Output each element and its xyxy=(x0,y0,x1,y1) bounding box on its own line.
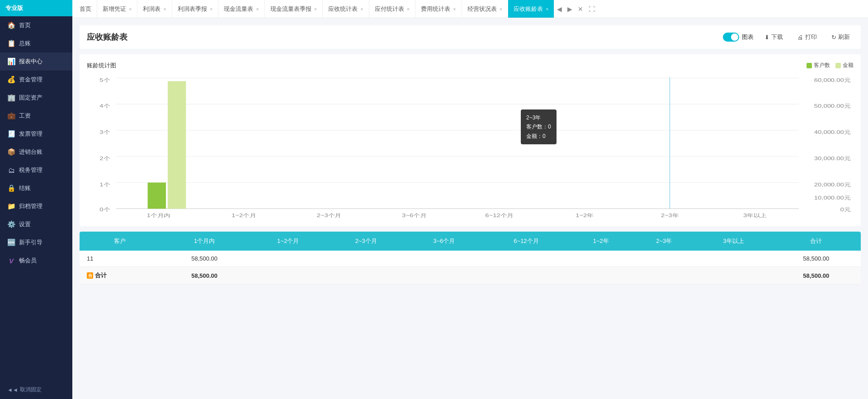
th-m36: 3~6个月 xyxy=(405,232,483,251)
tab-ar-stat-close[interactable]: × xyxy=(360,6,363,12)
cell-total: 58,500.00 xyxy=(772,251,861,267)
sidebar-item-archive[interactable]: 📁 归档管理 xyxy=(0,197,72,215)
tab-voucher[interactable]: 新增凭证 × xyxy=(97,0,137,18)
tab-profit-close[interactable]: × xyxy=(163,6,166,12)
pin-toggle[interactable]: ◄◄ 取消固定 xyxy=(0,380,72,399)
sidebar-item-settings[interactable]: ⚙️ 设置 xyxy=(0,215,72,233)
tax-icon: 🗂 xyxy=(7,166,15,174)
sidebar-item-close[interactable]: 🔒 结账 xyxy=(0,179,72,197)
tab-next-btn[interactable]: ▶ xyxy=(565,0,575,18)
sidebar-label-tax: 税务管理 xyxy=(19,166,42,174)
tab-expense-label: 费用统计表 xyxy=(421,5,450,13)
table-total-row: 合 合计 58,500.00 58,500.00 xyxy=(80,267,861,285)
svg-text:1个月内: 1个月内 xyxy=(147,213,170,218)
sidebar-item-salary[interactable]: 💼 工资 xyxy=(0,107,72,125)
sidebar-item-guide[interactable]: 🆕 新手引导 xyxy=(0,233,72,252)
bar-customer-0 xyxy=(148,183,166,209)
inventory-icon: 📦 xyxy=(7,148,15,156)
pin-label: 取消固定 xyxy=(20,386,42,394)
svg-text:6~12个月: 6~12个月 xyxy=(485,213,514,218)
chart-toggle[interactable] xyxy=(723,33,739,42)
page-title: 应收账龄表 xyxy=(87,32,127,43)
tab-profit[interactable]: 利润表 × xyxy=(137,0,172,18)
tab-ap-stat-close[interactable]: × xyxy=(407,6,410,12)
sidebar-item-member[interactable]: V 畅会员 xyxy=(0,252,72,270)
sidebar-label-home: 首页 xyxy=(19,21,31,29)
home-icon: 🏠 xyxy=(7,21,15,29)
legend-customer-label: 客户数 xyxy=(814,62,830,69)
tab-profit-season-label: 利润表季报 xyxy=(178,5,207,13)
tab-cashflow[interactable]: 现金流量表 × xyxy=(218,0,264,18)
th-y3plus: 3年以上 xyxy=(696,232,772,251)
tab-voucher-close[interactable]: × xyxy=(129,6,132,12)
tab-cashflow-season-close[interactable]: × xyxy=(314,6,317,12)
tab-ap-stat[interactable]: 应付统计表 × xyxy=(369,0,415,18)
sidebar-label-invoice: 发票管理 xyxy=(19,130,42,138)
cell-y12 xyxy=(569,251,632,267)
svg-text:5个: 5个 xyxy=(99,77,110,83)
tab-ar-aging[interactable]: 应收账龄表 × xyxy=(508,0,554,18)
th-customer: 客户 xyxy=(80,232,160,251)
tab-ar-aging-label: 应收账龄表 xyxy=(514,5,543,13)
ledger-icon: 📋 xyxy=(7,39,15,48)
download-button[interactable]: ⬇ 下载 xyxy=(761,31,787,43)
tab-cashflow-season[interactable]: 现金流量表季报 × xyxy=(265,0,323,18)
guide-icon: 🆕 xyxy=(7,238,15,247)
tab-home-label: 首页 xyxy=(80,5,91,13)
tab-profit-season-close[interactable]: × xyxy=(210,6,212,12)
sidebar-label-asset: 固定资产 xyxy=(19,94,42,102)
cell-m23 xyxy=(327,251,405,267)
tab-close-all-btn[interactable]: ✕ xyxy=(575,0,586,18)
svg-text:20,000.00元: 20,000.00元 xyxy=(814,181,850,187)
total-total: 58,500.00 xyxy=(772,267,861,285)
chart-title: 账龄统计图 xyxy=(87,62,854,70)
refresh-button[interactable]: ↻ 刷新 xyxy=(828,31,854,43)
svg-text:60,000.00元: 60,000.00元 xyxy=(814,77,850,83)
total-m12 xyxy=(249,267,327,285)
chart-legend: 客户数 金额 xyxy=(807,62,854,69)
svg-text:0个: 0个 xyxy=(99,206,110,212)
legend-amount-label: 金额 xyxy=(843,62,854,69)
total-label: 合 合计 xyxy=(87,271,155,280)
page-header: 应收账龄表 图表 ⬇ 下载 🖨 打印 ↻ 刷新 xyxy=(80,25,861,49)
tab-expense[interactable]: 费用统计表 × xyxy=(415,0,462,18)
svg-text:2~3年: 2~3年 xyxy=(661,213,679,218)
tab-profit-season[interactable]: 利润表季报 × xyxy=(172,0,218,18)
tab-ar-stat[interactable]: 应收统计表 × xyxy=(323,0,369,18)
archive-icon: 📁 xyxy=(7,202,15,210)
sidebar-item-inventory[interactable]: 📦 进销台账 xyxy=(0,143,72,161)
close-accounts-icon: 🔒 xyxy=(7,184,15,192)
tab-ar-aging-close[interactable]: × xyxy=(546,6,548,12)
tab-expense-close[interactable]: × xyxy=(453,6,456,12)
sidebar-label-inventory: 进销台账 xyxy=(19,148,42,156)
sidebar-item-asset[interactable]: 🏢 固定资产 xyxy=(0,89,72,107)
th-total: 合计 xyxy=(772,232,861,251)
sidebar-item-tax[interactable]: 🗂 税务管理 xyxy=(0,161,72,179)
sidebar-item-fund[interactable]: 💰 资金管理 xyxy=(0,71,72,89)
th-m612: 6~12个月 xyxy=(483,232,570,251)
tab-fullscreen-btn[interactable]: ⛶ xyxy=(586,0,598,18)
settings-icon: ⚙️ xyxy=(7,220,15,228)
refresh-label: 刷新 xyxy=(838,33,850,41)
tab-biz-status-close[interactable]: × xyxy=(500,6,502,12)
download-label: 下载 xyxy=(771,33,783,41)
table-header-row: 客户 1个月内 1~2个月 2~3个月 3~6个月 6~12个月 1~2年 2~… xyxy=(80,232,861,251)
print-button[interactable]: 🖨 打印 xyxy=(794,31,821,43)
total-y3plus xyxy=(696,267,772,285)
svg-text:0元: 0元 xyxy=(840,206,850,212)
th-m23: 2~3个月 xyxy=(327,232,405,251)
sidebar-item-ledger[interactable]: 📋 总账 xyxy=(0,34,72,52)
tab-bar: 首页 新增凭证 × 利润表 × 利润表季报 × 现金流量表 × 现金流量表季报 … xyxy=(72,0,868,18)
sidebar-item-invoice[interactable]: 🧾 发票管理 xyxy=(0,125,72,143)
report-icon: 📊 xyxy=(7,57,15,66)
svg-text:1~2年: 1~2年 xyxy=(576,213,594,218)
tab-prev-btn[interactable]: ◀ xyxy=(554,0,565,18)
tab-home[interactable]: 首页 xyxy=(74,0,97,18)
tab-cashflow-close[interactable]: × xyxy=(256,6,259,12)
download-icon: ⬇ xyxy=(764,34,769,41)
chart-svg-wrap: 5个 4个 3个 2个 1个 0个 60,000.00元 50,000.00元 … xyxy=(87,73,854,218)
tab-biz-status[interactable]: 经营状况表 × xyxy=(462,0,508,18)
chart-toggle-label: 图表 xyxy=(742,33,754,41)
sidebar-item-home[interactable]: 🏠 首页 xyxy=(0,16,72,34)
sidebar-item-report[interactable]: 📊 报表中心 xyxy=(0,52,72,71)
